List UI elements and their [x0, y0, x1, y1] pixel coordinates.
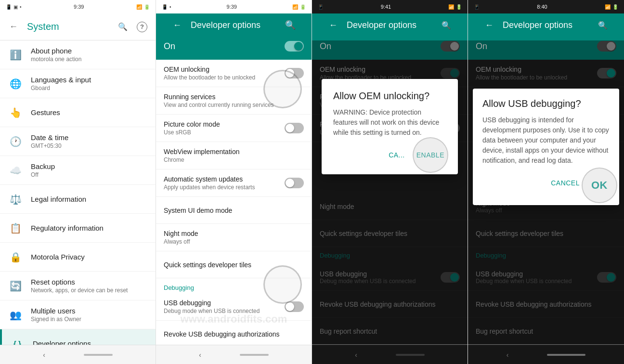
status-bar-2: 📱 • 9:39 📶 🔋	[156, 0, 312, 13]
qstiles-title: Quick settings developer tiles	[164, 261, 251, 269]
panel-system-settings: 📱 ▣ • 9:39 📶 🔋 System ℹ️ About phone mot…	[0, 0, 156, 364]
reset-sub: Network, apps, or device can be reset	[31, 287, 148, 294]
usb-dialog-body: USB debugging is intended for developmen…	[482, 115, 610, 166]
color-sub: Use sRGB	[164, 129, 220, 136]
time-display-3: 9:41	[381, 4, 391, 10]
notif-2: 📱	[162, 4, 168, 10]
dev-item-revoke[interactable]: Revoke USB debugging authorizations	[156, 321, 312, 345]
gestures-icon: 👆	[8, 105, 23, 120]
gestures-title: Gestures	[31, 108, 148, 117]
dev-item-webview[interactable]: WebView implementation Chrome	[156, 142, 312, 169]
search-button-3[interactable]: 🔍	[441, 19, 452, 31]
oem-dialog-actions: Ca... Enable	[333, 147, 446, 163]
about-sub: motorola one action	[31, 56, 148, 63]
oem-dialog-body: WARNING: Device protection features will…	[333, 107, 446, 138]
panel-oem-dialog: 📱 9:41 📶 🔋 Developer options 🔍 On OEM un…	[312, 0, 468, 364]
legal-title: Legal information	[31, 195, 148, 203]
languages-sub: Gboard	[31, 85, 148, 91]
time-display-2: 9:39	[227, 4, 237, 10]
search-button-4[interactable]: 🔍	[597, 19, 609, 31]
night-sub: Always off	[164, 238, 198, 245]
datetime-title: Date & time	[31, 133, 148, 142]
settings-item-privacy[interactable]: 🔒 Motorola Privacy	[0, 243, 156, 272]
back-button-4[interactable]	[483, 19, 495, 31]
settings-item-legal[interactable]: ⚖️ Legal information	[0, 185, 156, 214]
revoke-title: Revoke USB debugging authorizations	[164, 330, 280, 338]
privacy-icon: 🔒	[8, 249, 23, 265]
running-title: Running services	[164, 93, 274, 101]
nav-back-2[interactable]: ‹	[199, 351, 201, 359]
dev-item-qstiles[interactable]: Quick settings developer tiles	[156, 251, 312, 278]
debugging-section-label: Debugging	[156, 278, 312, 293]
night-title: Night mode	[164, 230, 198, 237]
dev-item-oem[interactable]: OEM unlocking Allow the bootloader to be…	[156, 60, 312, 87]
developer-on-label: On	[164, 41, 175, 52]
color-title: Picture color mode	[164, 120, 220, 128]
reset-title: Reset options	[31, 278, 148, 286]
status-icons-right: 📶 🔋	[136, 4, 150, 10]
dot-icon: •	[20, 4, 22, 10]
backup-icon: ☁️	[8, 163, 23, 178]
developer-on-toggle[interactable]	[285, 41, 304, 52]
app-title-4: Developer options	[503, 20, 589, 30]
usb-toggle[interactable]	[285, 301, 304, 312]
developer-icon: { }	[10, 336, 25, 345]
dev-item-usb[interactable]: USB debugging Debug mode when USB is con…	[156, 293, 312, 321]
panel-developer-options: 📱 • 9:39 📶 🔋 Developer options 🔍 On OEM …	[156, 0, 312, 364]
developer-title: Developer options	[33, 339, 148, 345]
running-sub: View and control currently running servi…	[164, 102, 274, 108]
back-button-1[interactable]	[8, 21, 19, 33]
usb-ok-button[interactable]: OK	[589, 175, 610, 195]
autoupdate-title: Automatic system updates	[164, 175, 255, 183]
back-button-3[interactable]	[327, 19, 339, 31]
color-toggle[interactable]	[285, 123, 304, 133]
dev-item-running[interactable]: Running services View and control curren…	[156, 87, 312, 115]
settings-item-developer[interactable]: { } Developer options	[0, 329, 156, 345]
battery-icon-1: 🔋	[144, 4, 150, 10]
about-title: About phone	[31, 47, 148, 55]
search-button-2[interactable]: 🔍	[285, 19, 296, 31]
nav-bar-2: ‹	[156, 345, 312, 364]
status-icons-left: 📱 ▣ •	[6, 4, 22, 10]
languages-icon: 🌐	[8, 76, 23, 91]
datetime-icon: 🕐	[8, 134, 23, 149]
search-button-1[interactable]	[117, 21, 129, 33]
wifi-4: 📶	[605, 4, 611, 10]
about-icon: ℹ️	[8, 47, 23, 63]
panel-usb-dialog: 📱 8:40 📶 🔋 Developer options 🔍 On OEM un…	[468, 0, 624, 364]
app-title-2: Developer options	[191, 20, 277, 30]
dev-item-night[interactable]: Night mode Always off	[156, 224, 312, 251]
settings-item-languages[interactable]: 🌐 Languages & input Gboard	[0, 69, 156, 98]
notification-icon: 📱	[6, 4, 12, 10]
back-button-2[interactable]	[171, 19, 183, 31]
usb-title: USB debugging	[164, 299, 260, 307]
battery-4: 🔋	[612, 4, 618, 10]
usb-dialog-title: Allow USB debugging?	[482, 98, 610, 109]
settings-item-users[interactable]: 👥 Multiple users Signed in as Owner	[0, 300, 156, 329]
autoupdate-toggle[interactable]	[285, 178, 304, 188]
dev-item-autoupdate[interactable]: Automatic system updates Apply updates w…	[156, 169, 312, 197]
oem-cancel-button[interactable]: Ca...	[387, 147, 407, 163]
settings-item-reset[interactable]: 🔄 Reset options Network, apps, or device…	[0, 272, 156, 300]
backup-sub: Off	[31, 171, 148, 178]
oem-enable-button[interactable]: Enable	[415, 147, 446, 163]
settings-list: ℹ️ About phone motorola one action 🌐 Lan…	[0, 40, 156, 345]
settings-item-about[interactable]: ℹ️ About phone motorola one action	[0, 40, 156, 69]
settings-item-gestures[interactable]: 👆 Gestures	[0, 98, 156, 127]
usb-cancel-button[interactable]: Cancel	[549, 175, 582, 195]
oem-dialog-title: Allow OEM unlocking?	[333, 91, 446, 102]
oem-sub: Allow the bootloader to be unlocked	[164, 74, 255, 81]
app-bar-1: System	[0, 13, 156, 40]
nav-bar-1: ‹	[0, 345, 156, 364]
help-button-1[interactable]	[136, 21, 148, 33]
settings-item-datetime[interactable]: 🕐 Date & time GMT+05:30	[0, 127, 156, 156]
settings-item-backup[interactable]: ☁️ Backup Off	[0, 156, 156, 185]
dev-item-color[interactable]: Picture color mode Use sRGB	[156, 115, 312, 142]
nav-back-1[interactable]: ‹	[43, 351, 45, 359]
battery-2: 🔋	[300, 4, 306, 10]
oem-toggle[interactable]	[285, 68, 304, 78]
backup-title: Backup	[31, 162, 148, 170]
autoupdate-sub: Apply updates when device restarts	[164, 184, 255, 191]
settings-item-regulatory[interactable]: 📋 Regulatory information	[0, 214, 156, 243]
dev-item-ui-demo[interactable]: System UI demo mode	[156, 197, 312, 224]
